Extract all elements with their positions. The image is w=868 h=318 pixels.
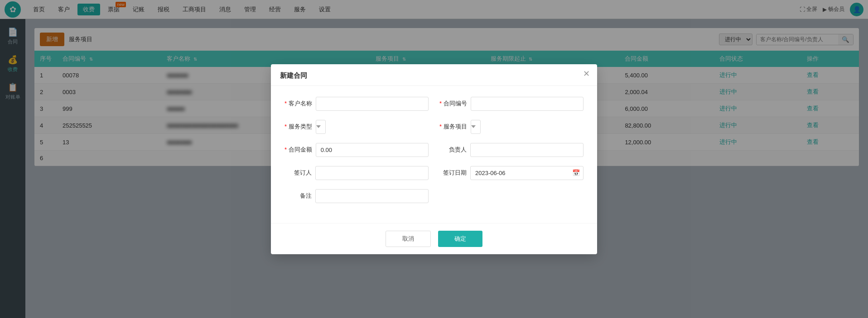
customer-name-label: 客户名称 bbox=[285, 100, 312, 108]
amount-label: 合同金额 bbox=[285, 146, 312, 154]
amount-input[interactable] bbox=[316, 143, 429, 157]
responsible-input[interactable] bbox=[470, 143, 583, 157]
confirm-button[interactable]: 确定 bbox=[438, 231, 482, 247]
modal-body: 客户名称 合同编号 服务类型 bbox=[271, 86, 597, 223]
modal-header: 新建合同 ✕ bbox=[271, 64, 597, 86]
new-contract-modal: 新建合同 ✕ 客户名称 合同编号 服务类型 bbox=[271, 64, 597, 254]
modal-close-button[interactable]: ✕ bbox=[583, 70, 590, 78]
form-row-4: 签订人 签订日期 📅 bbox=[285, 166, 583, 180]
form-group-amount: 合同金额 bbox=[285, 143, 429, 157]
modal-footer: 取消 确定 bbox=[271, 223, 597, 254]
form-row-1: 客户名称 合同编号 bbox=[285, 97, 583, 111]
cancel-button[interactable]: 取消 bbox=[386, 231, 431, 247]
modal-overlay: 新建合同 ✕ 客户名称 合同编号 服务类型 bbox=[0, 0, 868, 318]
service-type-select[interactable] bbox=[316, 120, 326, 134]
form-group-notes: 备注 bbox=[285, 189, 429, 203]
service-item-label: 服务项目 bbox=[439, 123, 467, 131]
sign-date-label: 签订日期 bbox=[439, 169, 467, 177]
form-row-3: 合同金额 负责人 bbox=[285, 143, 583, 157]
form-group-contract-no: 合同编号 bbox=[439, 97, 583, 111]
service-type-label: 服务类型 bbox=[285, 123, 312, 131]
sign-date-input[interactable] bbox=[470, 166, 583, 180]
form-group-customer: 客户名称 bbox=[285, 97, 429, 111]
form-group-service-item: 服务项目 bbox=[439, 120, 583, 134]
form-row-5: 备注 bbox=[285, 189, 583, 203]
form-group-responsible: 负责人 bbox=[439, 143, 583, 157]
contract-no-input[interactable] bbox=[471, 97, 583, 111]
service-item-wrapper bbox=[471, 120, 583, 134]
contract-no-label: 合同编号 bbox=[439, 100, 467, 108]
form-row-2: 服务类型 服务项目 bbox=[285, 120, 583, 134]
responsible-label: 负责人 bbox=[439, 146, 467, 154]
signer-input[interactable] bbox=[315, 166, 429, 180]
customer-name-input[interactable] bbox=[316, 97, 429, 111]
signer-label: 签订人 bbox=[285, 169, 312, 177]
form-group-service-type: 服务类型 bbox=[285, 120, 429, 134]
sign-date-wrapper: 📅 bbox=[470, 166, 583, 180]
service-item-select[interactable] bbox=[471, 120, 481, 134]
service-type-wrapper bbox=[316, 120, 429, 134]
form-group-signer: 签订人 bbox=[285, 166, 429, 180]
notes-label: 备注 bbox=[285, 192, 312, 200]
form-group-sign-date: 签订日期 📅 bbox=[439, 166, 583, 180]
notes-input[interactable] bbox=[315, 189, 429, 203]
modal-title: 新建合同 bbox=[280, 71, 307, 79]
